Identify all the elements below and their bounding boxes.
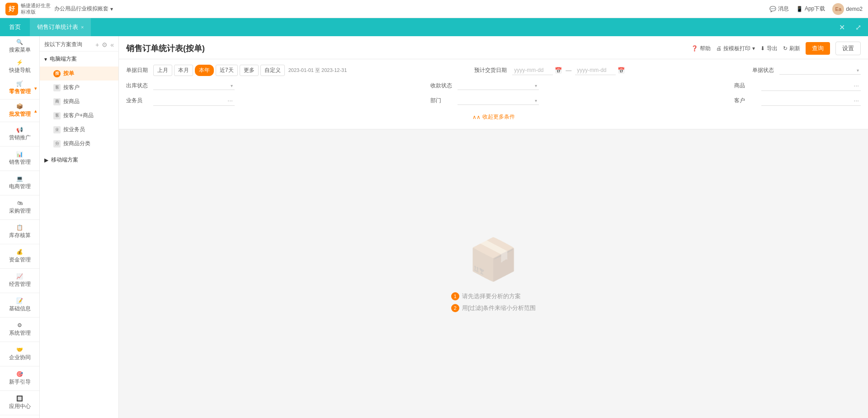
sidebar-item-enterprise[interactable]: 🤝 企业协同 (0, 342, 39, 366)
sidebar-item-management[interactable]: 📈 经营管理 (0, 269, 39, 293)
company-selector[interactable]: 办公用品行业模拟账套 ▾ (54, 5, 113, 13)
user-area[interactable]: Ea demo2 (832, 3, 863, 15)
sidebar-item-sales[interactable]: 📊 销售管理 (0, 147, 39, 171)
export-icon: ⬇ (760, 45, 765, 52)
sidebar: 🔍 搜索菜单 ⚡ 快捷导航 🛒 零售管理 ▾ 📦 批发管理 ▴ 📢 营销推广 📊… (0, 36, 40, 418)
export-button[interactable]: ⬇ 导出 (760, 45, 778, 52)
date-btn-custom[interactable]: 自定义 (260, 65, 285, 76)
settings-scheme-button[interactable]: ⚙ (102, 41, 108, 48)
collapse-panel-button[interactable]: « (110, 41, 114, 48)
marketing-icon: 📢 (16, 127, 23, 133)
doc-status-label: 单据状态 (752, 66, 774, 74)
date-buttons: 上月 本月 本年 近7天 更多 自定义 2023-01-01 至 2023-12… (153, 65, 347, 76)
sidebar-item-inventory[interactable]: 📋 库存核算 (0, 220, 39, 244)
pc-scheme-group-header[interactable]: ▾ 电脑端方案 (40, 52, 118, 66)
pay-status-select[interactable]: ▾ (458, 82, 539, 90)
date-separator: — (566, 67, 571, 74)
sidebar-item-wholesale[interactable]: 📦 批发管理 ▴ (0, 100, 39, 122)
top-bar-left: 好 畅捷通好生意 标准版 办公用品行业模拟账套 ▾ (5, 3, 113, 15)
expected-date-start[interactable] (512, 66, 553, 75)
refresh-icon: ↻ (783, 45, 788, 52)
date-btn-more[interactable]: 更多 (240, 65, 259, 76)
sidebar-item-ecommerce[interactable]: 💻 电商管理 (0, 171, 39, 195)
window-maximize-button[interactable]: ⤢ (852, 21, 864, 33)
sidebar-item-purchase[interactable]: 🛍 采购管理 (0, 195, 39, 220)
data-area: 📦 1 请先选择要分析的方案 2 用[过滤]条件来缩小分析范围 (119, 129, 868, 418)
mobile-scheme-group-header[interactable]: ▶ 移动端方案 (40, 152, 118, 167)
settings-button[interactable]: 设置 (835, 42, 861, 55)
query-button[interactable]: 查询 (806, 42, 830, 55)
scheme-item-by-customer[interactable]: 客 按客户 (40, 81, 118, 95)
sidebar-item-appcenter[interactable]: 🔲 应用中心 (0, 391, 39, 415)
date-btn-this-year[interactable]: 本年 (195, 65, 214, 76)
window-close-button[interactable]: ✕ (835, 21, 848, 33)
scheme-item-by-goods[interactable]: 商 按商品 (40, 95, 118, 109)
date-btn-this-month[interactable]: 本月 (174, 65, 193, 76)
ship-status-select[interactable]: ▾ (153, 82, 235, 90)
chevron-down-icon: ▾ (110, 6, 113, 12)
left-panel: 按以下方案查询 + ⚙ « ▾ 电脑端方案 按 按单 客 按客户 (40, 36, 119, 418)
date-btn-7days[interactable]: 近7天 (216, 65, 238, 76)
scheme-icon-category: 分 (53, 140, 61, 147)
tab-sales-order-stats[interactable]: 销售订单统计表 × (30, 18, 91, 36)
salesperson-label: 业务员 (126, 97, 148, 104)
filter-row-3: 业务员 ··· 部门 ▾ 客户 ··· (126, 95, 861, 106)
scheme-item-by-category[interactable]: 分 按商品分类 (40, 137, 118, 151)
chevron-down-icon: ▾ (857, 68, 859, 73)
template-print-button[interactable]: 🖨 按模板打印 ▾ (716, 45, 755, 52)
app-download-button[interactable]: 📱 App下载 (796, 5, 825, 13)
sidebar-item-search[interactable]: 🔍 搜索菜单 (0, 36, 39, 57)
top-bar-right: 💬 消息 📱 App下载 Ea demo2 (769, 3, 863, 15)
customer-label: 客户 (734, 97, 756, 104)
main-layout: 🔍 搜索菜单 ⚡ 快捷导航 🛒 零售管理 ▾ 📦 批发管理 ▴ 📢 营销推广 📊… (0, 36, 868, 418)
add-scheme-button[interactable]: + (95, 41, 99, 48)
tab-close-icon[interactable]: × (81, 24, 84, 30)
chevron-right-icon: ▶ (44, 157, 48, 163)
date-btn-last-month[interactable]: 上月 (153, 65, 172, 76)
sidebar-item-wechat[interactable]: 💬 企业微信 (0, 415, 39, 418)
sidebar-item-guide[interactable]: 🎯 新手引导 (0, 366, 39, 391)
sidebar-item-retail[interactable]: 🛒 零售管理 ▾ (0, 77, 39, 100)
tab-bar: 首页 销售订单统计表 × ✕ ⤢ (0, 18, 868, 36)
help-button[interactable]: ❓ 帮助 (691, 45, 711, 52)
message-icon: 💬 (769, 6, 776, 12)
calendar-icon-end[interactable]: 📅 (618, 67, 625, 74)
refresh-button[interactable]: ↻ 刷新 (783, 45, 800, 52)
dept-select[interactable]: ▾ (458, 97, 539, 105)
basic-info-icon: 📝 (16, 298, 23, 304)
scheme-icon-customer-goods: 客 (53, 112, 61, 119)
sales-icon: 📊 (16, 151, 23, 157)
message-button[interactable]: 💬 消息 (769, 5, 789, 13)
collapse-bar[interactable]: ∧∧ 收起更多条件 (126, 110, 861, 124)
logo-area: 好 畅捷通好生意 标准版 (5, 3, 51, 15)
customer-select[interactable]: ··· (761, 95, 861, 106)
goods-dots[interactable]: ··· (854, 82, 859, 89)
sidebar-item-finance[interactable]: 💰 资金管理 (0, 244, 39, 269)
right-main: 销售订单统计表(按单) ❓ 帮助 🖨 按模板打印 ▾ ⬇ 导出 (119, 36, 868, 418)
page-header: 销售订单统计表(按单) ❓ 帮助 🖨 按模板打印 ▾ ⬇ 导出 (119, 36, 868, 59)
salesperson-dots[interactable]: ··· (227, 97, 233, 104)
empty-tip-2: 2 用[过滤]条件来缩小分析范围 (451, 304, 536, 312)
sidebar-item-marketing[interactable]: 📢 营销推广 (0, 122, 39, 147)
sidebar-item-basic-info[interactable]: 📝 基础信息 (0, 293, 39, 318)
system-icon: ⚙ (17, 322, 22, 328)
scheme-item-by-customer-goods[interactable]: 客 按客户+商品 (40, 109, 118, 123)
filter-area: 单据日期 上月 本月 本年 近7天 更多 自定义 2023-01-01 至 20… (119, 59, 868, 129)
scheme-item-by-order[interactable]: 按 按单 (40, 66, 118, 81)
purchase-icon: 🛍 (17, 200, 23, 206)
scheme-icon-circle: 按 (53, 70, 61, 77)
filter-row-2: 出库状态 ▾ 收款状态 ▾ 商品 ··· (126, 81, 861, 91)
scheme-item-by-salesperson[interactable]: 业 按业务员 (40, 123, 118, 137)
logo-icon: 好 (5, 3, 18, 15)
calendar-icon-start[interactable]: 📅 (555, 67, 562, 74)
sidebar-item-system[interactable]: ⚙ 系统管理 (0, 318, 39, 342)
tab-home[interactable]: 首页 (0, 18, 30, 36)
pay-status-label: 收款状态 (430, 82, 452, 90)
customer-dots[interactable]: ··· (854, 97, 859, 104)
salesperson-select[interactable]: ··· (153, 95, 235, 106)
sidebar-item-quicknav[interactable]: ⚡ 快捷导航 (0, 57, 39, 77)
goods-select[interactable]: ··· (761, 81, 861, 91)
expected-date-end[interactable] (575, 66, 616, 75)
doc-status-select[interactable]: ▾ (779, 66, 861, 75)
empty-tips: 1 请先选择要分析的方案 2 用[过滤]条件来缩小分析范围 (451, 292, 536, 312)
